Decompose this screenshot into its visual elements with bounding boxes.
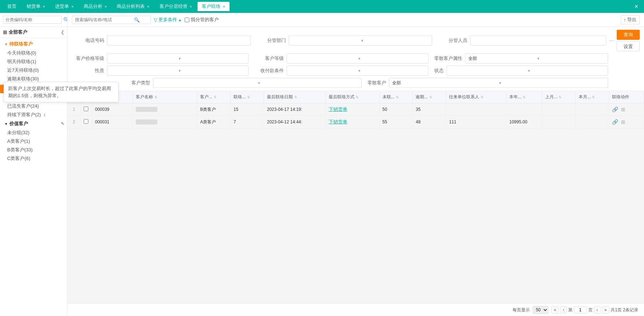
table-scroll-area[interactable]: ⚙ 客户编码 ⇅ 客户名称 ⇅ 客户... ⇅ 联络... ⇅ 最后联络日期 ⇅…	[68, 91, 644, 303]
row-no-contact: 50	[379, 103, 413, 116]
main-layout: 🔍 ⊞ 全部客户 ❮ ▼ 待联络客户 今天待联络(0) 明天待联络(1) 近7天…	[0, 13, 644, 316]
sidebar-item-7days[interactable]: 近7天待联络(0)	[0, 66, 67, 75]
window-close-button[interactable]: ×	[631, 3, 641, 10]
row-last-method[interactable]: 下销货单	[325, 116, 379, 128]
row-checkbox[interactable]	[84, 107, 88, 111]
next-page-button[interactable]: ›	[594, 306, 601, 313]
filter-search-icon[interactable]: 🔍	[134, 17, 140, 23]
retail-attr-chevron: ▼	[537, 57, 605, 61]
page-number-input[interactable]	[574, 306, 587, 313]
nav-item-contact[interactable]: 客户联络 ×	[198, 2, 229, 11]
nav-close-contact[interactable]: ×	[223, 4, 225, 9]
row-this-month	[575, 116, 609, 128]
page-size-select[interactable]: 50	[533, 306, 548, 314]
nav-close-sales[interactable]: ×	[43, 4, 45, 9]
price-grade-label: 客户价格等级	[72, 55, 104, 62]
price-grade-chevron: ▼	[178, 57, 245, 61]
sidebar-item-c-class[interactable]: C类客户(6)	[0, 154, 67, 163]
sidebar-item-today[interactable]: 今天待联络(0)	[0, 49, 67, 57]
grid-icon: ⊞	[3, 29, 7, 35]
filter-section-cust-type: 客户类型 ▼	[118, 78, 362, 88]
sidebar-collapse-icon[interactable]: ❮	[61, 30, 64, 35]
query-button[interactable]: 查询	[617, 30, 640, 40]
prev-page-button[interactable]: ‹	[560, 306, 567, 313]
nav-close-segment[interactable]: ×	[190, 4, 192, 9]
nav-close-purchase[interactable]: ×	[71, 4, 73, 9]
manager-more-icon[interactable]: ···	[609, 37, 614, 44]
more-conditions-button[interactable]: ▽ 更多条件 ▲	[154, 16, 182, 23]
value-group-header[interactable]: ▼ 价值客户 ✎	[0, 119, 67, 128]
last-page-button[interactable]: »	[602, 306, 610, 313]
payment-select[interactable]: ▼	[287, 66, 428, 76]
manager-input[interactable]	[470, 36, 606, 46]
value-group-edit-icon[interactable]: ✎	[61, 121, 64, 126]
status-chevron: ▼	[527, 69, 605, 73]
bottom-bar: 每页显示 50 « ‹ 第 页 › » 共1页 2条记录	[68, 303, 644, 316]
row-checkbox-cell[interactable]	[80, 103, 92, 116]
table-row: 2 000031 A类客户 7 2023-04-12 14:44: 下销货单 5…	[68, 116, 644, 128]
my-customers-toggle[interactable]: 我分管的客户	[185, 16, 219, 23]
retail-cust-select[interactable]: 全部 ▼	[389, 78, 608, 88]
filter-row-2: 客户价格等级 ▼ 客户等级 ▼ 零散客户属性 全部	[72, 53, 640, 63]
dept-select[interactable]: ▼	[289, 36, 432, 46]
price-grade-select[interactable]: ▼	[107, 53, 249, 63]
sidebar-search-icon[interactable]: 🔍	[63, 17, 68, 23]
sidebar-item-unclassified[interactable]: 未分组(32)	[0, 128, 67, 137]
col-contact: 联络... ⇅	[231, 91, 264, 103]
row-checkbox[interactable]	[84, 119, 88, 124]
nav-item-home[interactable]: 首页	[3, 2, 21, 11]
manager-field[interactable]	[473, 38, 603, 43]
action-grid-icon[interactable]: ⊞	[621, 119, 625, 125]
nav-item-analysis[interactable]: 商品分析 ×	[79, 2, 111, 11]
sidebar-item-b-class[interactable]: B类客户(33)	[0, 146, 67, 154]
all-customers-header[interactable]: ⊞ 全部客户 ❮	[0, 27, 67, 38]
tooltip-text: 距客户上次交易时长，超过了此客户的平均交易周期的1.5倍，则视为异常。	[68, 86, 111, 98]
pending-group-header[interactable]: ▼ 待联络客户	[0, 39, 67, 49]
cust-grade-select[interactable]: ▼	[287, 53, 428, 63]
sidebar-item-continuous-down[interactable]: 持续下滑客户(2) ℹ	[0, 110, 67, 119]
sidebar-item-tomorrow[interactable]: 明天待联络(1)	[0, 57, 67, 66]
row-type: B类客户	[197, 103, 231, 116]
sidebar-item-a-class[interactable]: A类客户(1)	[0, 137, 67, 146]
action-link-icon[interactable]: 🔗	[612, 119, 618, 125]
first-page-button[interactable]: «	[551, 306, 559, 313]
phone-input[interactable]	[107, 36, 251, 46]
row-overdue: 35	[413, 103, 446, 116]
cust-type-chevron: ▼	[257, 81, 358, 85]
row-last-method[interactable]: 下销货单	[325, 103, 379, 116]
settings-button[interactable]: 设置	[617, 41, 640, 51]
col-action: 联络动作	[609, 91, 644, 103]
nav-close-analysis-list[interactable]: ×	[147, 4, 149, 9]
row-num: 2	[68, 116, 80, 128]
filter-section-price-grade: 客户价格等级 ▼	[72, 53, 249, 63]
filter-search-input[interactable]	[75, 17, 133, 22]
retail-attr-select[interactable]: 全部 ▼	[465, 53, 608, 63]
sidebar-item-lost-customers[interactable]: 已流失客户(24)	[0, 102, 67, 110]
sidebar-search-input[interactable]	[3, 16, 62, 24]
all-customers-label: 全部客户	[9, 29, 27, 36]
customer-table: ⚙ 客户编码 ⇅ 客户名称 ⇅ 客户... ⇅ 联络... ⇅ 最后联络日期 ⇅…	[68, 91, 644, 128]
cust-grade-label: 客户等级	[251, 55, 284, 62]
filter-section-gender: 性质 ▼	[72, 66, 249, 76]
total-info: 共1页 2条记录	[611, 307, 638, 313]
export-button[interactable]: ↑ 导出	[621, 15, 640, 24]
nav-item-sales[interactable]: 销货单 ×	[22, 2, 49, 11]
nav-close-analysis[interactable]: ×	[105, 4, 107, 9]
nav-item-analysis-list[interactable]: 商品分析列表 ×	[112, 2, 153, 11]
status-select[interactable]: ▼	[446, 66, 608, 76]
row-name-blurred	[136, 119, 157, 124]
cust-type-select[interactable]: ▼	[153, 78, 362, 88]
row-checkbox-cell[interactable]	[80, 116, 92, 128]
nav-item-segment[interactable]: 客户分层经营 ×	[155, 2, 196, 11]
last-method-link[interactable]: 下销货单	[329, 119, 347, 124]
phone-field[interactable]	[110, 38, 247, 43]
action-link-icon[interactable]: 🔗	[612, 107, 618, 112]
gender-select[interactable]: ▼	[107, 66, 249, 76]
my-customers-checkbox[interactable]	[185, 18, 189, 22]
last-method-link[interactable]: 下销货单	[329, 107, 347, 112]
col-last-method: 最后联络方式 ⇅	[325, 91, 379, 103]
row-last-month	[542, 103, 576, 116]
nav-item-purchase[interactable]: 进货单 ×	[51, 2, 78, 11]
row-last-month	[542, 116, 576, 128]
action-grid-icon[interactable]: ⊞	[621, 107, 625, 112]
